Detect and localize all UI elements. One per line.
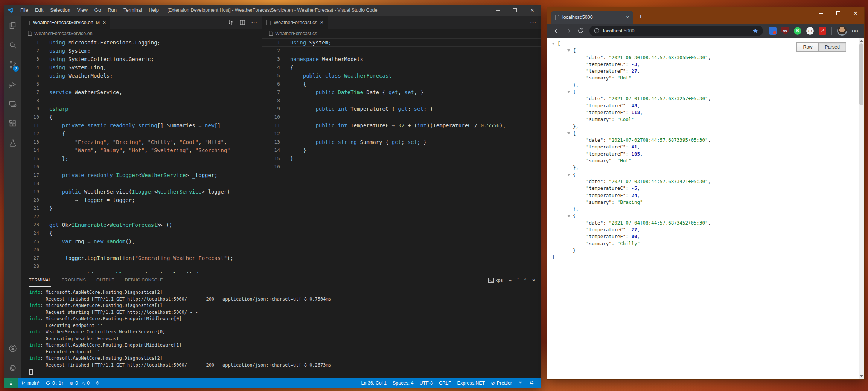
maximize-panel-icon[interactable]: ⌃: [524, 278, 527, 283]
breadcrumb-right[interactable]: WeatherForecast.cs: [262, 29, 541, 38]
ublock-origin-extension-icon[interactable]: UO: [781, 27, 789, 35]
more-actions-icon[interactable]: ⋯: [530, 19, 536, 26]
scroll-up-icon[interactable]: [859, 38, 864, 43]
json-collapse-toggle[interactable]: [567, 132, 570, 134]
code-line: 10: [262, 113, 541, 121]
close-button[interactable]: ✕: [847, 7, 864, 19]
tab-close-icon[interactable]: ✕: [626, 15, 629, 20]
json-collapse-toggle[interactable]: [567, 215, 570, 217]
menu-selection[interactable]: Selection: [47, 5, 73, 16]
profile-avatar[interactable]: [837, 26, 847, 36]
extensions-icon[interactable]: [4, 114, 21, 133]
line-content: {: [39, 229, 52, 237]
settings-gear-icon[interactable]: [4, 358, 21, 378]
feedback-icon[interactable]: [515, 378, 526, 388]
search-icon[interactable]: [4, 35, 21, 55]
run-debug-icon[interactable]: [4, 75, 21, 94]
bookmark-star-icon[interactable]: [752, 27, 758, 34]
reload-button[interactable]: [575, 26, 586, 36]
problems-item[interactable]: ⊗ 0 △ 0: [67, 378, 93, 388]
raw-button[interactable]: Raw: [796, 42, 819, 52]
accounts-icon[interactable]: [4, 339, 21, 358]
line-content: }: [280, 146, 306, 154]
explorer-icon[interactable]: [4, 16, 21, 35]
more-actions-icon[interactable]: ⋯: [251, 19, 257, 26]
line-number: 13: [262, 138, 280, 146]
scroll-thumb[interactable]: [859, 43, 863, 105]
sync-item[interactable]: 0↓ 1↑: [43, 378, 67, 388]
line-number: 21: [21, 204, 39, 212]
password-manager-extension-icon[interactable]: [769, 27, 777, 35]
panel-tab-terminal[interactable]: TERMINAL: [29, 273, 51, 287]
terminal-line: info: Microsoft.AspNetCore.Hosting.Diagn…: [29, 302, 541, 309]
tab-close-icon[interactable]: ✕: [320, 20, 324, 25]
tab-weatherforecastservice[interactable]: WeatherForecastService.en M ✕: [21, 16, 110, 29]
green-extension-icon[interactable]: B: [794, 27, 801, 35]
menu-run[interactable]: Run: [104, 5, 120, 16]
site-info-icon[interactable]: [594, 28, 600, 34]
language-mode[interactable]: Express.NET: [454, 378, 488, 388]
back-button[interactable]: [551, 26, 562, 36]
parsed-button[interactable]: Parsed: [819, 42, 846, 52]
menu-go[interactable]: Go: [91, 5, 104, 16]
formatter-item[interactable]: ⊘ Prettier: [488, 378, 515, 388]
testing-beaker-icon[interactable]: [4, 133, 21, 153]
source-control-icon[interactable]: 2: [4, 55, 21, 75]
browser-tab[interactable]: localhost:5000 ✕: [551, 11, 633, 24]
eol-sequence[interactable]: CRLF: [436, 378, 454, 388]
menu-terminal[interactable]: Terminal: [120, 5, 145, 16]
scrollbar[interactable]: [859, 38, 864, 379]
maximize-button[interactable]: [506, 5, 524, 16]
tab-close-icon[interactable]: ✕: [102, 20, 106, 25]
panel-tab-problems[interactable]: PROBLEMS: [62, 273, 86, 287]
terminal-line: info: WeatherService.Controllers.Weather…: [29, 329, 541, 336]
menu-help[interactable]: Help: [145, 5, 162, 16]
forward-button[interactable]: [563, 26, 574, 36]
scroll-down-icon[interactable]: [860, 375, 863, 377]
remote-indicator[interactable]: [4, 378, 18, 388]
address-bar[interactable]: localhost:5000: [589, 26, 763, 36]
line-number: 26: [21, 246, 39, 254]
terminal-output[interactable]: info: Microsoft.AspNetCore.Hosting.Diagn…: [21, 287, 541, 378]
wand-extension-icon[interactable]: [819, 27, 826, 35]
flame-icon[interactable]: [93, 378, 103, 388]
json-key-value: "summary": "Hot": [586, 75, 857, 81]
browser-menu-icon[interactable]: •••: [851, 27, 860, 34]
terminal-shell-label[interactable]: >_ xps: [488, 278, 503, 283]
minimize-button[interactable]: [812, 7, 830, 19]
cursor-position[interactable]: Ln 36, Col 1: [358, 378, 389, 388]
code-editor-left[interactable]: 1using Microsoft.Extensions.Logging;2usi…: [21, 38, 262, 273]
menu-edit[interactable]: Edit: [32, 5, 47, 16]
circle-extension-icon[interactable]: (−): [806, 27, 814, 35]
warnings-count: 0: [87, 380, 90, 386]
terminal-line: Request starting HTTP/1.1 GET http://loc…: [29, 309, 541, 316]
indentation[interactable]: Spaces: 4: [390, 378, 417, 388]
new-terminal-icon[interactable]: ＋: [507, 277, 512, 284]
panel-tab-output[interactable]: OUTPUT: [96, 273, 114, 287]
menu-file[interactable]: File: [17, 5, 32, 16]
menu-view[interactable]: View: [74, 5, 91, 16]
json-collapse-toggle[interactable]: [567, 174, 570, 176]
notifications-bell-icon[interactable]: [526, 378, 537, 388]
terminal-dropdown-icon[interactable]: ˇ: [517, 278, 518, 282]
minimize-button[interactable]: [489, 5, 506, 16]
new-tab-button[interactable]: +: [635, 12, 646, 23]
encoding[interactable]: UTF-8: [417, 378, 436, 388]
json-key-value: "summary": "Cool": [586, 116, 857, 123]
json-collapse-toggle[interactable]: [567, 49, 570, 52]
remote-explorer-icon[interactable]: [4, 94, 21, 114]
breadcrumb-left[interactable]: WeatherForecastService.en: [21, 29, 262, 38]
line-content: namespace WeatherModels: [280, 55, 363, 63]
close-button[interactable]: ✕: [524, 5, 541, 16]
code-editor-right[interactable]: 1using System;23namespace WeatherModels4…: [262, 38, 541, 273]
split-editor-icon[interactable]: [240, 20, 245, 25]
panel-tab-debug-console[interactable]: DEBUG CONSOLE: [125, 273, 163, 287]
open-changes-icon[interactable]: [228, 20, 234, 26]
json-object-open: {: [559, 212, 857, 219]
tab-weatherforecast-cs[interactable]: WeatherForecast.cs ✕: [262, 16, 328, 29]
json-collapse-toggle[interactable]: [552, 43, 555, 45]
json-collapse-toggle[interactable]: [567, 91, 570, 93]
close-panel-icon[interactable]: ✕: [532, 278, 536, 283]
git-branch-item[interactable]: main*: [18, 378, 43, 388]
maximize-button[interactable]: [830, 7, 847, 19]
